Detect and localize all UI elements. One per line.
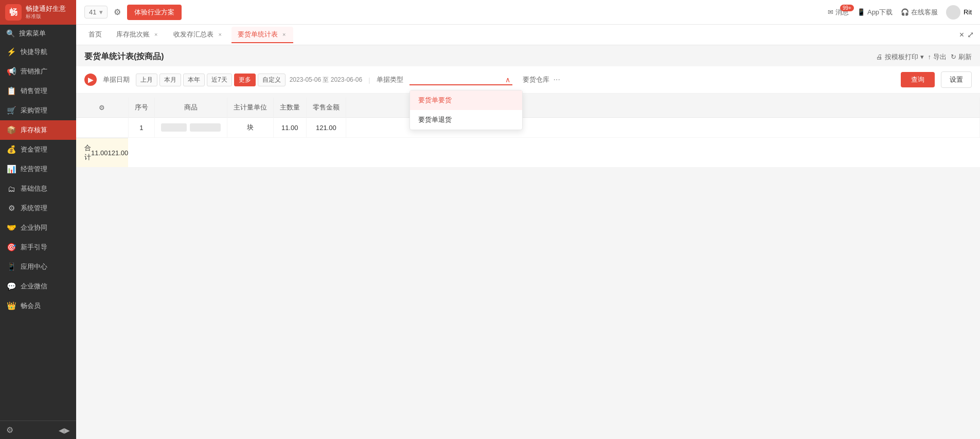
type-filter-label: 单据类型 — [377, 75, 403, 84]
main-area: 41 ▾ ⚙ 体验行业方案 ✉ 消息 99+ 📱 App下载 🎧 在线客服 R — [76, 0, 980, 439]
service-icon: 🎧 — [901, 8, 909, 16]
sidebar: 畅 畅捷通好生意 标准版 🔍 搜索菜单 ⚡ 快捷导航 📢 营销推广 📋 销售管理… — [0, 0, 76, 439]
wechat-icon: 💬 — [6, 282, 16, 291]
sidebar-item-operations[interactable]: 📊 经营管理 — [0, 159, 76, 179]
print-template-btn[interactable]: 🖨 按模板打印 ▾ — [876, 52, 924, 62]
member-icon: 👑 — [6, 301, 16, 310]
cell-unit: 块 — [227, 118, 273, 138]
filter-settings-btn[interactable]: 设置 — [941, 71, 972, 88]
sidebar-item-finance[interactable]: 💰 资金管理 — [0, 140, 76, 159]
sidebar-item-quick-nav[interactable]: ⚡ 快捷导航 — [0, 42, 76, 62]
tab-home[interactable]: 首页 — [82, 27, 108, 43]
cell-amount: 121.00 — [306, 118, 346, 138]
notice-btn[interactable]: ✉ 消息 99+ — [828, 8, 849, 17]
username-label: Rit — [964, 8, 972, 16]
th-quantity: 主数量 — [273, 98, 306, 118]
table-row: 1 块 11.00 121.00 — [76, 118, 980, 138]
selector-arrow-icon: ▾ — [99, 8, 103, 16]
finance-icon: 💰 — [6, 145, 16, 154]
refresh-icon: ↻ — [951, 53, 956, 61]
sidebar-item-enterprise[interactable]: 🤝 企业协同 — [0, 218, 76, 237]
quick-nav-icon: ⚡ — [6, 47, 16, 57]
search-icon: 🔍 — [6, 29, 15, 38]
th-gear[interactable]: ⚙ — [76, 98, 128, 118]
sidebar-nav: ⚡ 快捷导航 📢 营销推广 📋 销售管理 🛒 采购管理 📦 库存核算 💰 资金管… — [0, 42, 76, 420]
filter-bar: ▶ 单据日期 上月 本月 本年 近7天 更多 自定义 2023-05-06 至 … — [76, 66, 980, 94]
filter-expand-btn[interactable]: ▶ — [84, 74, 97, 86]
date-btn-custom[interactable]: 自定义 — [258, 74, 286, 86]
enterprise-icon: 🤝 — [6, 223, 16, 232]
date-btn-last-month[interactable]: 上月 — [136, 74, 157, 86]
logo-text: 畅捷通好生意 标准版 — [26, 5, 66, 21]
export-btn[interactable]: ↑ 导出 — [928, 52, 947, 62]
export-icon: ↑ — [928, 53, 932, 61]
data-table: ⚙ 序号 商品 主计量单位 主数量 零售金额 1 — [76, 98, 980, 167]
dropdown-item-requisition-purchase[interactable]: 要货单要货 — [410, 90, 522, 110]
sidebar-search[interactable]: 🔍 搜索菜单 — [0, 25, 76, 42]
topbar: 41 ▾ ⚙ 体验行业方案 ✉ 消息 99+ 📱 App下载 🎧 在线客服 R — [76, 0, 980, 25]
topbar-right: ✉ 消息 99+ 📱 App下载 🎧 在线客服 Rit — [828, 5, 972, 20]
type-dropdown-menu: 要货单要货 要货单退货 — [409, 90, 523, 130]
tab-inventory-batch[interactable]: 库存批次账 × — [110, 27, 165, 43]
topbar-left: 41 ▾ ⚙ 体验行业方案 — [84, 5, 182, 20]
query-btn[interactable]: 查询 — [901, 72, 935, 87]
sidebar-item-marketing[interactable]: 📢 营销推广 — [0, 62, 76, 81]
date-btn-more[interactable]: 更多 — [234, 74, 256, 86]
date-btn-this-year[interactable]: 本年 — [183, 74, 205, 86]
type-filter-arrow-icon[interactable]: ∧ — [505, 76, 510, 84]
user-profile[interactable]: Rit — [946, 5, 972, 20]
type-filter-input[interactable] — [409, 75, 512, 85]
filter-divider-1: | — [368, 76, 370, 84]
guide-icon: 🎯 — [6, 243, 16, 252]
product-placeholder-2 — [190, 123, 221, 132]
th-product: 商品 — [154, 98, 227, 118]
tabs-close-btn[interactable]: × — [959, 30, 964, 40]
sidebar-item-inventory[interactable]: 📦 库存核算 — [0, 120, 76, 140]
tabs-actions: × ⤢ — [959, 30, 974, 40]
sidebar-item-member[interactable]: 👑 畅会员 — [0, 296, 76, 316]
sidebar-item-wechat[interactable]: 💬 企业微信 — [0, 277, 76, 296]
sidebar-item-system[interactable]: ⚙ 系统管理 — [0, 198, 76, 218]
industry-btn[interactable]: 体验行业方案 — [127, 5, 182, 20]
sidebar-item-guide[interactable]: 🎯 新手引导 — [0, 237, 76, 257]
notice-icon: ✉ — [828, 8, 833, 16]
tabs-expand-btn[interactable]: ⤢ — [967, 30, 974, 40]
app-icon: 📱 — [857, 8, 865, 16]
tab-close-inventory-batch[interactable]: × — [153, 31, 159, 38]
tab-close-requisition-stats[interactable]: × — [281, 31, 287, 38]
page-header: 要货单统计表(按商品) 🖨 按模板打印 ▾ ↑ 导出 ↻ 刷新 — [76, 45, 980, 66]
company-selector[interactable]: 41 ▾ — [84, 6, 108, 19]
date-btn-last7days[interactable]: 近7天 — [207, 74, 232, 86]
collapse-icon[interactable]: ◀▶ — [59, 426, 70, 434]
cell-checkbox — [76, 118, 128, 138]
refresh-btn[interactable]: ↻ 刷新 — [951, 52, 972, 62]
dropdown-item-requisition-return[interactable]: 要货单退货 — [410, 110, 522, 130]
page-title: 要货单统计表(按商品) — [84, 51, 164, 62]
date-btn-this-month[interactable]: 本月 — [159, 74, 181, 86]
th-amount: 零售金额 — [306, 98, 346, 118]
date-filter-label: 单据日期 — [103, 75, 130, 84]
avatar — [946, 5, 960, 20]
cell-product — [154, 118, 227, 138]
date-range-text: 2023-05-06 至 2023-06-06 — [290, 76, 362, 84]
tab-close-receive-summary[interactable]: × — [217, 31, 223, 38]
table-header-row: ⚙ 序号 商品 主计量单位 主数量 零售金额 — [76, 98, 980, 118]
tab-receive-summary[interactable]: 收发存汇总表 × — [167, 27, 229, 43]
footer-amount-cell: 121.00 — [108, 149, 129, 157]
sidebar-logo: 畅 畅捷通好生意 标准版 — [0, 0, 76, 25]
sidebar-item-app-center[interactable]: 📱 应用中心 — [0, 257, 76, 277]
date-filter-buttons: 上月 本月 本年 近7天 更多 自定义 2023-05-06 至 2023-06… — [136, 74, 362, 86]
topbar-gear-icon[interactable]: ⚙ — [114, 7, 121, 17]
table-footer-row: 合计 11.00 121.00 — [76, 138, 128, 167]
sidebar-item-purchase[interactable]: 🛒 采购管理 — [0, 101, 76, 120]
sidebar-item-sales[interactable]: 📋 销售管理 — [0, 81, 76, 101]
tab-requisition-stats[interactable]: 要货单统计表 × — [231, 27, 293, 43]
system-icon: ⚙ — [6, 204, 16, 213]
filter-more-btn[interactable]: ··· — [554, 75, 560, 84]
th-unit: 主计量单位 — [227, 98, 273, 118]
sidebar-item-basic-info[interactable]: 🗂 基础信息 — [0, 179, 76, 198]
footer-label-cell: 合计 — [76, 143, 91, 162]
settings-icon[interactable]: ⚙ — [6, 425, 13, 435]
app-download-btn[interactable]: 📱 App下载 — [857, 8, 893, 17]
online-service-btn[interactable]: 🎧 在线客服 — [901, 8, 938, 17]
